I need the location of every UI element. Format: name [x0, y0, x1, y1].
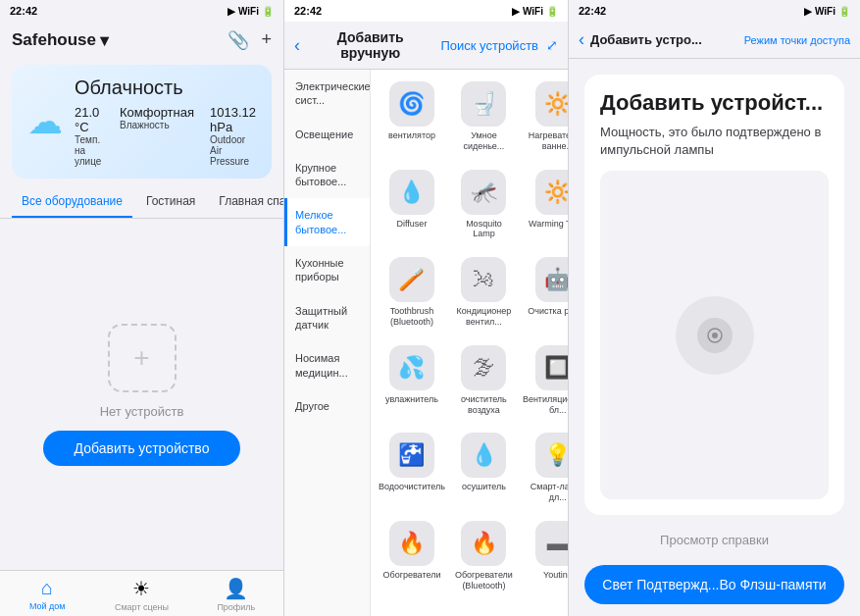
cat-small-appliances[interactable]: Мелкое бытовое... — [284, 198, 370, 246]
wifi-icon-2: WiFi — [523, 6, 543, 17]
device-grid: 🌀 вентилятор 🚽 Умное сиденье... 🔆 Нагрев… — [371, 70, 568, 616]
device-dehumidifier[interactable]: 💧 осушитель — [451, 425, 517, 511]
air-purifier-label: очиститель воздуха — [455, 394, 513, 416]
profile-nav-label: Профиль — [217, 602, 255, 612]
device-robot-cleaner[interactable]: 🤖 Очистка робот — [519, 249, 568, 335]
ac-fan-label: Кондиционер вентил... — [455, 306, 513, 328]
device-mosquito-lamp[interactable]: 🦟 Mosquito Lamp — [451, 162, 517, 248]
scenes-nav-label: Смарт сцены — [115, 602, 169, 612]
wifi-icon: WiFi — [238, 6, 259, 17]
add-icon[interactable]: + — [261, 29, 272, 51]
dehumidifier-icon: 💧 — [461, 433, 506, 478]
water-purifier-label: Водоочиститель — [379, 482, 445, 492]
ac-fan-icon: 🌬 — [461, 257, 506, 302]
safehouse-title[interactable]: Safehouse ▾ — [12, 30, 109, 51]
add-device-confirm-panel: 22:42 ▶ WiFi 🔋 ‹ Добавить устро... Режим… — [569, 0, 860, 616]
device-youting[interactable]: ▬ Youting — [519, 513, 568, 599]
robot-label: Очистка робот — [528, 306, 568, 317]
heater-bt-icon: 🔥 — [461, 521, 506, 566]
device-heater-bt[interactable]: 🔥 Обогреватели (Bluetooth) — [451, 513, 517, 599]
fan-label: вентилятор — [388, 130, 435, 141]
device-heater-bath[interactable]: 🔆 Нагреватель в ванне... — [519, 74, 568, 160]
empty-text: Нет устройств — [100, 404, 184, 419]
access-point-mode-button[interactable]: Режим точки доступа — [744, 34, 850, 46]
cat-other[interactable]: Другое — [284, 389, 370, 423]
signal-icon-2: ▶ — [512, 6, 520, 17]
status-time-2: 22:42 — [294, 5, 322, 17]
cat-electrical[interactable]: Электрические сист... — [284, 70, 370, 118]
ventilation-label: Вентиляционный бл... — [523, 394, 568, 416]
bottom-nav: ⌂ Мой дом ☀ Смарт сцены 👤 Профиль — [0, 570, 283, 616]
weather-stats: 21.0 °С Темп. на улице Комфортная Влажно… — [75, 105, 256, 167]
device-warming-table[interactable]: 🔆 Warming Table — [519, 162, 568, 248]
dehumidifier-label: осушитель — [462, 482, 506, 492]
status-icons-2: ▶ WiFi 🔋 — [512, 6, 558, 17]
status-bar-2: 22:42 ▶ WiFi 🔋 — [284, 0, 568, 22]
battery-icon: 🔋 — [262, 6, 274, 17]
card-subtitle: Мощность, это было подтверждено в импуль… — [600, 124, 829, 159]
device-smart-lamp[interactable]: 💡 Смарт-лампа дл... — [519, 425, 568, 511]
empty-state: + Нет устройств Добавить устройство — [0, 219, 283, 570]
home-nav-label: Мой дом — [29, 601, 66, 611]
device-fan[interactable]: 🌀 вентилятор — [375, 74, 449, 160]
confirm-header: ‹ Добавить устро... Режим точки доступа — [569, 22, 860, 59]
device-ventilation[interactable]: 🔲 Вентиляционный бл... — [519, 337, 568, 424]
youting-label: Youting — [543, 570, 568, 581]
status-bar: 22:42 ▶ WiFi 🔋 — [0, 0, 283, 22]
water-purifier-icon: 🚰 — [389, 433, 434, 478]
diffuser-label: Diffuser — [397, 219, 428, 230]
header-icons: 📎 + — [228, 29, 272, 51]
humidity-stat: Комфортная Влажность — [120, 105, 194, 167]
status-icons: ▶ WiFi 🔋 — [228, 6, 274, 17]
heater-icon: 🔥 — [389, 521, 434, 566]
nav-scenes[interactable]: ☀ Смарт сцены — [94, 577, 188, 612]
cat-kitchen[interactable]: Кухонные приборы — [284, 246, 370, 294]
smart-lamp-label: Смарт-лампа дл... — [523, 482, 568, 503]
home-header: Safehouse ▾ 📎 + — [0, 22, 283, 57]
tab-all-equipment[interactable]: Все оборудование — [12, 186, 132, 218]
battery-icon-2: 🔋 — [546, 6, 558, 17]
cat-large-appliances[interactable]: Крупное бытовое... — [284, 151, 370, 199]
mosquito-label: Mosquito Lamp — [455, 219, 513, 240]
warming-table-icon: 🔆 — [535, 170, 568, 215]
tab-living-room[interactable]: Гостиная — [136, 186, 205, 218]
signal-icon: ▶ — [228, 6, 235, 17]
status-time-3: 22:42 — [579, 5, 606, 17]
heater-label: Обогреватели — [382, 570, 440, 581]
heater-bath-label: Нагреватель в ванне... — [523, 130, 568, 152]
device-toothbrush[interactable]: 🪥 Toothbrush (Bluetooth) — [375, 249, 449, 335]
device-heater[interactable]: 🔥 Обогреватели — [375, 513, 449, 599]
device-humidifier[interactable]: 💦 увлажнитель — [375, 337, 449, 424]
tab-main-spa[interactable]: Главная спа... — [209, 186, 284, 218]
device-diffuser[interactable]: 💧 Diffuser — [375, 162, 449, 248]
home-panel: 22:42 ▶ WiFi 🔋 Safehouse ▾ 📎 + ☁ Облачно… — [0, 0, 284, 616]
add-manually-title: Добавить вручную — [308, 29, 432, 61]
device-air-purifier[interactable]: 🌫 очиститель воздуха — [451, 337, 517, 424]
device-ac-fan[interactable]: 🌬 Кондиционер вентил... — [451, 249, 517, 335]
device-smart-toilet[interactable]: 🚽 Умное сиденье... — [451, 74, 517, 160]
cat-wearable[interactable]: Носимая медицин... — [284, 341, 370, 389]
device-water-purifier[interactable]: 🚰 Водоочиститель — [375, 425, 449, 511]
back-button[interactable]: ‹ — [294, 35, 300, 56]
confirm-flash-button[interactable]: Свет Подтвержд...Во Флэш-памяти — [584, 565, 844, 604]
mosquito-icon: 🦟 — [461, 170, 506, 215]
toothbrush-label: Toothbrush (Bluetooth) — [379, 306, 445, 328]
search-devices-button[interactable]: Поиск устройств — [440, 38, 538, 53]
add-device-card: Добавить устройст... Мощность, это было … — [584, 75, 844, 515]
nav-profile[interactable]: 👤 Профиль — [189, 577, 283, 612]
add-device-button[interactable]: Добавить устройство — [43, 431, 241, 466]
attach-icon[interactable]: 📎 — [228, 29, 249, 51]
cat-lighting[interactable]: Освещение — [284, 118, 370, 151]
ventilation-icon: 🔲 — [535, 345, 568, 390]
status-bar-3: 22:42 ▶ WiFi 🔋 — [569, 0, 860, 22]
add-device-header: ‹ Добавить вручную Поиск устройств ⤢ — [284, 22, 568, 70]
expand-icon[interactable]: ⤢ — [546, 37, 558, 53]
nav-home[interactable]: ⌂ Мой дом — [0, 577, 94, 612]
heater-bath-icon: 🔆 — [535, 81, 568, 127]
youting-icon: ▬ — [535, 521, 568, 566]
chevron-down-icon: ▾ — [100, 30, 109, 51]
humidifier-label: увлажнитель — [385, 394, 438, 405]
cat-sensor[interactable]: Защитный датчик — [284, 294, 370, 342]
toilet-icon: 🚽 — [461, 81, 506, 127]
back-button-3[interactable]: ‹ — [579, 29, 584, 50]
